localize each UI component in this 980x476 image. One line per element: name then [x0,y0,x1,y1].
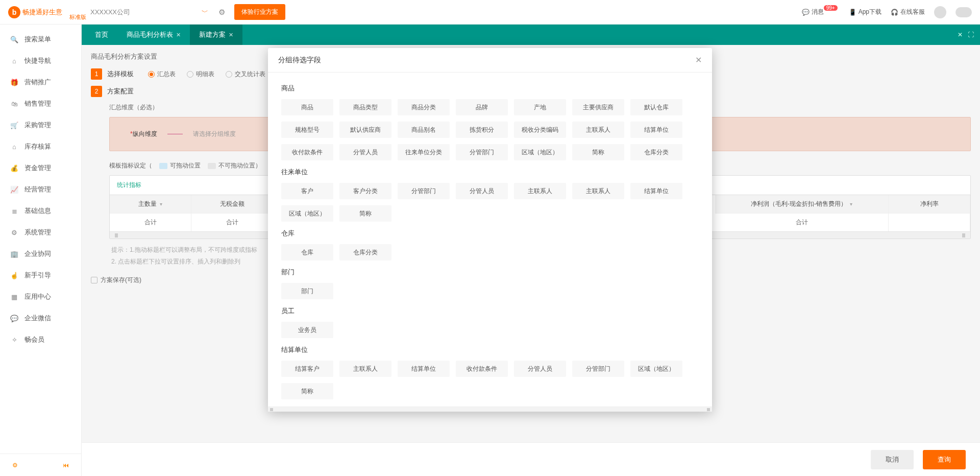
field-option[interactable]: 默认仓库 [630,99,682,115]
field-option[interactable]: 区域（地区） [514,144,566,160]
modal-mask: 分组待选字段 ✕ 商品商品商品类型商品分类品牌产地主要供应商默认仓库规格型号默认… [0,0,980,476]
field-option[interactable]: 业务员 [281,322,333,338]
field-option[interactable]: 客户 [281,183,333,199]
field-option[interactable]: 税收分类编码 [514,122,566,138]
field-option[interactable]: 主联系人 [572,122,624,138]
field-option[interactable]: 主联系人 [572,183,624,199]
field-option[interactable]: 商品类型 [339,99,391,115]
field-group-1: 往来单位客户客户分类分管部门分管人员主联系人主联系人结算单位区域（地区）简称 [281,168,707,222]
field-group-title: 部门 [281,268,707,277]
field-option[interactable]: 简称 [572,144,624,160]
field-option[interactable]: 结算单位 [630,122,682,138]
field-option[interactable]: 拣货积分 [456,122,508,138]
field-option[interactable]: 商品别名 [398,122,450,138]
field-group-5: 结算单位结算客户主联系人结算单位收付款条件分管人员分管部门区域（地区）简称 [281,345,707,399]
field-option[interactable]: 结算单位 [630,183,682,199]
field-option[interactable]: 区域（地区） [630,361,682,377]
field-group-title: 往来单位 [281,168,707,177]
field-option[interactable]: 部门 [281,283,333,299]
field-group-2: 仓库仓库仓库分类 [281,229,707,260]
field-group-title: 商品 [281,84,707,93]
field-option[interactable]: 主联系人 [514,183,566,199]
field-option[interactable]: 产地 [514,99,566,115]
close-icon[interactable]: ✕ [695,55,702,65]
field-option[interactable]: 品牌 [456,99,508,115]
field-option[interactable]: 默认供应商 [339,122,391,138]
field-option[interactable]: 仓库 [281,244,333,260]
field-option[interactable]: 区域（地区） [281,205,333,222]
field-option[interactable]: 结算单位 [398,361,450,377]
field-option[interactable]: 仓库分类 [630,144,682,160]
field-option[interactable]: 简称 [281,383,333,399]
field-option[interactable]: 分管部门 [398,183,450,199]
field-option[interactable]: 主联系人 [339,361,391,377]
field-group-4: 员工业务员 [281,306,707,338]
modal-h-scrollbar[interactable] [268,407,712,412]
field-option[interactable]: 分管人员 [456,183,508,199]
field-group-title: 员工 [281,306,707,316]
modal-header: 分组待选字段 ✕ [268,48,712,73]
field-option[interactable]: 分管部门 [456,144,508,160]
field-option[interactable]: 简称 [339,205,391,222]
field-option[interactable]: 主要供应商 [572,99,624,115]
field-group-0: 商品商品商品类型商品分类品牌产地主要供应商默认仓库规格型号默认供应商商品别名拣货… [281,84,707,160]
field-option[interactable]: 商品分类 [398,99,450,115]
field-option[interactable]: 仓库分类 [339,244,391,260]
field-picker-modal: 分组待选字段 ✕ 商品商品商品类型商品分类品牌产地主要供应商默认仓库规格型号默认… [268,48,712,412]
field-group-title: 仓库 [281,229,707,238]
field-option[interactable]: 分管部门 [572,361,624,377]
field-option[interactable]: 收付款条件 [456,361,508,377]
field-option[interactable]: 结算客户 [281,361,333,377]
field-option[interactable]: 分管人员 [514,361,566,377]
modal-body: 商品商品商品类型商品分类品牌产地主要供应商默认仓库规格型号默认供应商商品别名拣货… [268,73,712,407]
field-group-3: 部门部门 [281,268,707,299]
field-option[interactable]: 分管人员 [339,144,391,160]
field-option[interactable]: 商品 [281,99,333,115]
field-option[interactable]: 客户分类 [339,183,391,199]
modal-title: 分组待选字段 [278,56,321,65]
field-option[interactable]: 规格型号 [281,122,333,138]
field-option[interactable]: 收付款条件 [281,144,333,160]
field-group-title: 结算单位 [281,345,707,354]
field-option[interactable]: 往来单位分类 [398,144,450,160]
